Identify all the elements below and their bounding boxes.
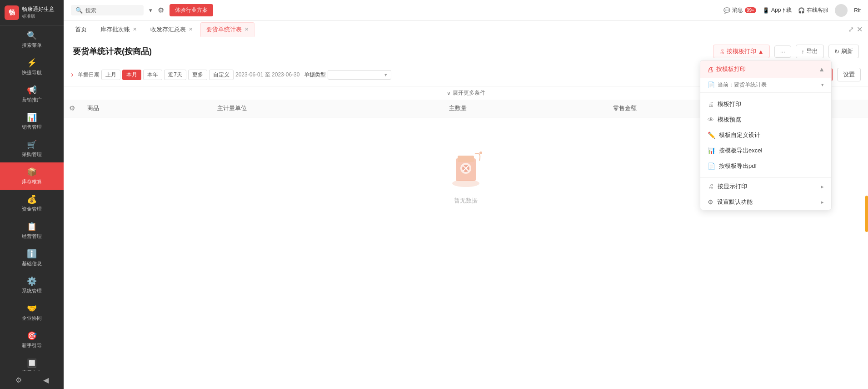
sidebar-item-appcenter[interactable]: 🔲 应用中心 [0,354,64,371]
empty-illustration [443,145,489,190]
finance-icon: 💰 [27,194,37,204]
scroll-indicator[interactable] [865,196,868,232]
printer-dropdown-icon: 🖨 [707,66,713,73]
message-icon: 💬 [723,7,730,14]
system-icon: ⚙️ [27,276,37,286]
date-btn-7days[interactable]: 近7天 [164,70,186,80]
sidebar-item-marketing[interactable]: 📢 营销推广 [0,81,64,108]
table-settings-icon[interactable]: ⚙ [69,104,75,112]
dropdown-template-design[interactable]: ✏️ 模板自定义设计 [700,127,831,143]
print-dropdown: 🖨 按模板打印 ▲ 📄 当前：要货单统计表 ▾ [700,60,832,210]
dropdown-display-print[interactable]: 🖨 按显示打印 ▸ [700,179,831,194]
enterprise-icon: 🤝 [27,303,37,313]
username-label[interactable]: Rit [854,7,861,14]
sidebar-item-guide[interactable]: 🎯 新手引导 [0,326,64,354]
trial-button[interactable]: 体验行业方案 [170,4,213,16]
dropdown-close-icon[interactable]: ▲ [818,66,825,73]
guide-icon: 🎯 [27,331,37,341]
mobile-icon: 📱 [763,7,769,14]
app-download-button[interactable]: 📱 App下载 [763,6,792,14]
dropdown-template-preview[interactable]: 👁 模板预览 [700,112,831,127]
export-button[interactable]: ↑ 导出 [796,45,824,58]
filter-expand-arrow[interactable]: › [71,71,73,79]
sidebar-item-operations[interactable]: 📋 经营管理 [0,217,64,244]
tab-home[interactable]: 首页 [69,22,93,37]
svg-rect-2 [458,156,474,162]
col-settings: ⚙ [64,100,82,117]
settings-footer-icon[interactable]: ⚙ [15,376,22,384]
main-area: 🔍 ▾ ⚙ 体验行业方案 💬 消息 99+ 📱 App下载 🎧 在线客服 Rit [64,0,868,389]
close-tab-order-stats[interactable]: ✕ [244,26,249,32]
purchase-icon: 🛒 [27,140,37,150]
file-icon: 📄 [708,81,715,88]
sidebar-item-sales[interactable]: 📊 销售管理 [0,108,64,135]
dropdown-header: 🖨 按模板打印 ▲ [700,61,831,78]
export-icon: ↑ [802,48,805,55]
col-product: 商品 [82,100,212,117]
sidebar-nav: 🔍 搜索菜单 ⚡ 快捷导航 📢 营销推广 📊 销售管理 🛒 采购管理 📦 库存核… [0,26,64,371]
app-logo: 畅 畅康通好生意 标准版 [0,0,64,26]
logo-badge: 标准版 [22,13,55,20]
print-button[interactable]: 🖨 按模板打印 ▲ [713,45,770,58]
topbar-dropdown[interactable]: ▾ [149,7,152,14]
tab-order-stats[interactable]: 要货单统计表 ✕ [200,22,254,37]
message-button[interactable]: 💬 消息 99+ [723,6,756,14]
topbar: 🔍 ▾ ⚙ 体验行业方案 💬 消息 99+ 📱 App下载 🎧 在线客服 Rit [64,0,868,21]
date-range-display: 2023-06-01 至 2023-06-30 [235,71,299,79]
date-filter-group: 单据日期 上月 本月 本年 近7天 更多 自定义 2023-06-01 至 20… [78,70,299,80]
message-badge: 99+ [745,7,756,13]
settings-button[interactable]: 设置 [837,68,861,81]
empty-svg [443,145,489,190]
pdf-item-icon: 📄 [708,162,715,170]
close-tab-receipt-summary[interactable]: ✕ [189,26,193,32]
sidebar-item-basicinfo[interactable]: ℹ️ 基础信息 [0,244,64,272]
sidebar-item-purchase[interactable]: 🛒 采购管理 [0,135,64,162]
tabs-bar: 首页 库存批次账 ✕ 收发存汇总表 ✕ 要货单统计表 ✕ ⤢ ✕ [64,21,868,38]
headset-icon: 🎧 [798,7,805,14]
dropdown-template-excel[interactable]: 📊 按模板导出excel [700,143,831,158]
sidebar-item-quicknav[interactable]: ⚡ 快捷导航 [0,53,64,81]
sidebar-item-inventory[interactable]: 📦 库存核算 [0,162,64,190]
refresh-icon: ↻ [834,48,839,55]
printer-icon: 🖨 [719,48,725,55]
basicinfo-icon: ℹ️ [27,249,37,259]
dropdown-print-section: 🖨 模板打印 👁 模板预览 ✏️ 模板自定义设计 [700,94,831,177]
close-button[interactable]: ✕ [857,25,863,34]
maximize-button[interactable]: ⤢ [848,25,854,34]
online-service-button[interactable]: 🎧 在线客服 [798,6,828,14]
current-chevron-icon: ▾ [821,82,824,88]
empty-text: 暂无数据 [454,197,478,205]
refresh-button[interactable]: ↻ 刷新 [828,45,859,58]
search-box[interactable]: 🔍 [71,5,144,15]
topbar-gear-icon[interactable]: ⚙ [158,6,164,15]
sidebar-item-system[interactable]: ⚙️ 系统管理 [0,272,64,299]
search-input[interactable] [85,7,131,14]
tab-inventory-batch[interactable]: 库存批次账 ✕ [95,22,143,37]
close-tab-inventory-batch[interactable]: ✕ [133,26,137,32]
more-options-button[interactable]: ··· [774,45,791,58]
chevron-down-icon: ∨ [447,90,451,96]
sidebar-item-finance[interactable]: 💰 资金管理 [0,190,64,217]
operations-icon: 📋 [27,222,37,232]
divider-1 [700,92,831,93]
type-filter-group: 单据类型 ▾ [304,70,391,80]
avatar[interactable] [835,4,848,17]
sidebar: 畅 畅康通好生意 标准版 🔍 搜索菜单 ⚡ 快捷导航 📢 营销推广 📊 销售管理… [0,0,64,389]
print-chevron-up-icon: ▲ [758,48,764,55]
type-select[interactable]: ▾ [328,70,391,80]
divider-2 [700,177,831,178]
dropdown-template-pdf[interactable]: 📄 按模板导出pdf [700,158,831,174]
date-btn-this-month[interactable]: 本月 [122,70,141,80]
sidebar-item-search[interactable]: 🔍 搜索菜单 [0,26,64,53]
sidebar-item-enterprise[interactable]: 🤝 企业协同 [0,299,64,326]
current-template-label: 📄 当前：要货单统计表 ▾ [700,78,831,91]
tab-receipt-summary[interactable]: 收发存汇总表 ✕ [145,22,199,37]
date-btn-more[interactable]: 更多 [188,70,207,80]
date-btn-custom[interactable]: 自定义 [209,70,234,80]
dropdown-default-func[interactable]: ⚙ 设置默认功能 ▸ [700,194,831,210]
date-btn-this-year[interactable]: 本年 [143,70,162,80]
date-btn-last-month[interactable]: 上月 [101,70,120,80]
svg-point-7 [479,152,482,154]
collapse-icon[interactable]: ◀ [43,376,49,384]
dropdown-template-print[interactable]: 🖨 模板打印 [700,96,831,112]
